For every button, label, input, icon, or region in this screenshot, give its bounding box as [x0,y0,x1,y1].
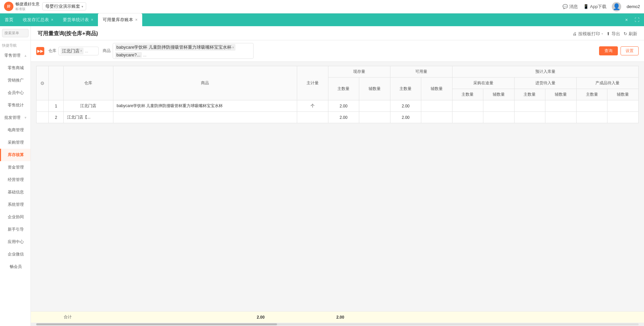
td-current-aux-2 [359,112,390,123]
chevron-up-icon: ▲ [24,54,27,57]
td-produced-aux-2 [607,112,639,123]
sidebar-item-purchase-mgmt-label: 采购管理 [8,140,24,145]
td-purchase-main-2 [452,112,483,123]
sidebar-item-retail-stats[interactable]: 零售统计 [0,99,31,111]
tab-close-all-button[interactable]: × [623,16,630,23]
td-incoming-aux-2 [545,112,577,123]
sidebar-item-retail-mall-label: 零售商城 [8,65,24,71]
warehouse-filter-group: 仓库 江北门店 × ... [48,47,99,55]
product-filter-more[interactable]: ... [143,53,147,57]
td-no-1: 1 [49,100,64,112]
td-warehouse-1: 江北门店 [63,100,113,112]
sidebar-item-basic-info[interactable]: 基础信息 [0,186,31,198]
td-incoming-aux-1 [545,100,577,112]
sidebar-item-inventory-mgmt[interactable]: 库存核算 [0,149,31,161]
td-incoming-main-2 [514,112,545,123]
tab-bar: 首页 收发存汇总表 × 要货单统计表 × 可用量库存账本 × × ⛶ [0,13,644,26]
horizontal-scrollbar[interactable] [31,323,644,326]
warehouse-tag-jiangbei-label: 江北门店 [62,48,79,54]
footer-produced-main [559,315,599,320]
logo-text-block: 畅捷通好生意 标准版 [15,2,40,11]
warehouse-filter-more[interactable]: ... [85,49,88,53]
print-button[interactable]: 🖨 按模板打印 ▾ [573,31,603,37]
account-selector[interactable]: 母婴行业演示账套 ▾ [42,2,86,10]
sidebar-search-area: 搜索菜单 [0,26,31,40]
tab-receive-pay[interactable]: 收发存汇总表 × [18,13,58,26]
export-label: 导出 [611,31,620,37]
warehouse-filter-tags[interactable]: 江北门店 × ... [58,47,99,55]
footer-avail-aux [360,315,400,320]
sidebar-item-marketing-label: 营销推广 [8,78,24,83]
table-area: ⚙ 仓库 商品 主计量 现存量 可用量 预计入库量 主数量 辅数量 主数量 [31,62,644,311]
tab-available-stock[interactable]: 可用量库存账本 × [98,13,142,26]
tab-receive-pay-close[interactable]: × [51,18,53,22]
th-purchase-main: 主数量 [452,89,483,100]
tab-order-stats-close[interactable]: × [91,18,93,22]
td-purchase-aux-2 [483,112,515,123]
scrollbar-thumb[interactable] [36,323,277,325]
query-button[interactable]: 查询 [599,46,618,55]
sidebar-item-ecommerce-mgmt[interactable]: 电商管理 [0,124,31,136]
sidebar-item-enterprise-wechat[interactable]: 企业微信 [0,248,31,261]
sidebar-item-member-label: 畅会员 [10,264,22,270]
td-avail-aux-1 [421,100,452,112]
sidebar-item-retail-mall[interactable]: 零售商城 [0,62,31,74]
sidebar-item-app-center[interactable]: 应用中心 [0,236,31,248]
sidebar-item-marketing[interactable]: 营销推广 [0,74,31,87]
th-purchase-transit: 采购在途量 [452,78,514,89]
print-icon: 🖨 [573,31,577,36]
footer-incoming-main [480,315,520,320]
tab-available-stock-close[interactable]: × [135,18,138,22]
message-button[interactable]: 💬 消息 [562,4,578,10]
export-button[interactable]: ⬆ 导出 [606,31,620,37]
refresh-label: 刷新 [629,31,637,37]
td-produced-main-1 [576,100,607,112]
sidebar-item-ecommerce-mgmt-label: 电商管理 [8,127,24,133]
sidebar-item-operation-mgmt[interactable]: 经营管理 [0,174,31,186]
refresh-icon: ↻ [624,31,627,36]
sidebar-item-purchase-mgmt[interactable]: 采购管理 [0,136,31,149]
footer-current-main: 2.00 [241,315,281,320]
top-bar-right: 💬 消息 📱 App下载 👤 demo2 [562,2,640,11]
tab-home-label: 首页 [5,17,13,23]
sidebar-item-new-guide-label: 新手引导 [8,227,24,232]
filter-toggle-button[interactable]: ▶▶ [36,47,44,55]
sidebar-item-finance-mgmt[interactable]: 资金管理 [0,161,31,174]
refresh-button[interactable]: ↻ 刷新 [624,31,637,37]
footer-produced-aux [599,315,639,320]
td-settings-1 [37,100,49,112]
product-tag-1-close[interactable]: × [232,46,234,49]
setting-button[interactable]: 设置 [621,46,639,55]
user-name[interactable]: demo2 [627,4,640,9]
tab-fullscreen-button[interactable]: ⛶ [633,16,641,23]
sidebar-item-member[interactable]: 畅会员 [0,261,31,273]
sidebar-item-wholesale-mgmt-label: 批发管理 [4,115,20,121]
chevron-down-icon: ▾ [82,5,83,8]
td-current-main-2: 2.00 [328,112,359,123]
td-settings-2 [37,112,49,123]
footer-purchase-aux [440,315,480,320]
sidebar-item-member-center[interactable]: 会员中心 [0,87,31,99]
th-incoming-main: 主数量 [514,89,545,100]
sidebar-item-enterprise-coop-label: 企业协同 [8,214,24,220]
td-incoming-main-1 [514,100,545,112]
product-filter-tags[interactable]: babycare学饮杯 儿童防摔防撞吸管杯重力球吸嘴杯宝宝水杯 × babyca… [113,43,254,59]
print-label: 按模板打印 [578,31,600,37]
message-icon: 💬 [562,4,568,9]
sidebar-item-enterprise-coop[interactable]: 企业协同 [0,211,31,223]
app-download-button[interactable]: 📱 App下载 [583,4,606,10]
search-menu-button[interactable]: 搜索菜单 [2,29,29,37]
logo-area: 好 畅捷通好生意 标准版 [4,2,40,11]
sidebar-item-wholesale-mgmt[interactable]: 批发管理 ▼ [0,111,31,124]
settings-gear-icon[interactable]: ⚙ [40,81,45,86]
sidebar-item-new-guide[interactable]: 新手引导 [0,223,31,236]
sidebar-item-system-mgmt[interactable]: 系统管理 [0,198,31,211]
th-no [49,66,64,100]
tab-order-stats[interactable]: 要货单统计表 × [58,13,98,26]
sidebar-item-retail-mgmt[interactable]: 零售管理 ▲ [0,49,31,62]
warehouse-tag-jiangbei-close[interactable]: × [80,49,82,53]
top-bar: 好 畅捷通好生意 标准版 母婴行业演示账套 ▾ 💬 消息 📱 App下载 👤 d… [0,0,644,13]
td-avail-main-1: 2.00 [390,100,421,112]
tab-home[interactable]: 首页 [0,13,18,26]
download-icon: 📱 [583,4,589,9]
